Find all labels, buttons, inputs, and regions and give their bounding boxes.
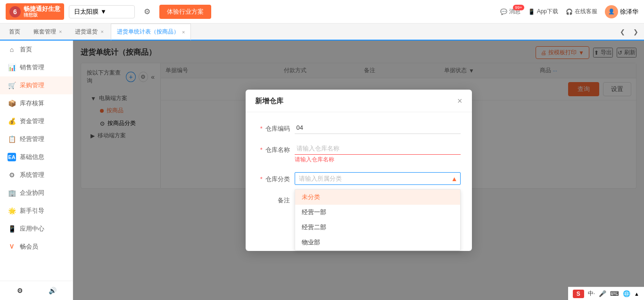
sidebar-item-operation[interactable]: 📋 经营管理 [0,130,73,148]
modal-title: 新增仓库 [255,97,283,106]
dropdown-item-ops2[interactable]: 经营二部 [295,220,460,235]
sidebar-item-purchase[interactable]: 🛒 采购管理 [0,76,73,94]
sidebar-item-system[interactable]: ⚙ 系统管理 [0,166,73,184]
tab-prev-button[interactable]: ❮ [617,26,628,37]
sidebar-volume-icon[interactable]: 🔊 [47,285,58,296]
home-icon: ⌂ [8,45,16,54]
dropdown-item-ops1[interactable]: 经营一部 [295,205,460,220]
guide-icon: 🌟 [8,207,16,215]
tab-next-button[interactable]: ❯ [630,26,641,37]
sidebar-basic-info-label: 基础信息 [20,153,44,161]
message-icon: 💬 [500,8,507,15]
tab-purchase-stat-label: 进货单统计表（按商品） [117,28,179,36]
message-badge: 99+ [513,5,524,10]
logo-sub: 猜想版 [24,12,60,18]
sidebar-item-guide[interactable]: 🌟 新手引导 [0,202,73,220]
sogou-icon[interactable]: S [573,290,584,298]
form-row-category: * 仓库分类 ▲ 未分类 经营一部 经营二部 物业部 [257,172,461,185]
tab-home-label: 首页 [9,28,20,36]
purchase-icon: 🛒 [8,81,16,90]
form-row-name: * 仓库名称 请输入仓库名称 [257,142,461,164]
sidebar-item-inventory[interactable]: 📦 库存核算 [0,94,73,112]
name-label: * 仓库名称 [257,143,295,154]
settings-tray-icon[interactable]: ▲ [634,291,639,297]
settings-button[interactable]: ⚙ [140,4,155,19]
code-label: * 仓库编码 [257,122,295,133]
tab-actions: ❮ ❯ [617,26,641,37]
sidebar-guide-label: 新手引导 [20,207,44,215]
sidebar-settings-icon[interactable]: ⚙ [15,285,26,296]
language-icon[interactable]: 🌐 [623,290,630,297]
app-download-button[interactable]: 📱 App下载 [528,8,558,16]
category-label: * 仓库分类 [257,172,295,183]
warehouse-code-input[interactable] [295,122,461,134]
sidebar-item-home[interactable]: ⌂ 首页 [0,41,73,58]
logo-icon: 6 [9,6,21,17]
sidebar-item-vip[interactable]: V 畅会员 [0,238,73,256]
sogou-logo: S [577,291,580,297]
sidebar-sales-label: 销售管理 [20,63,44,72]
sales-icon: 📊 [8,63,16,72]
sidebar-home-label: 首页 [20,45,32,54]
logo-main: 畅捷通好生意 [24,5,60,13]
header-right: 💬 消息 99+ 📱 App下载 🎧 在线客服 👤 徐泽华 [500,5,638,18]
tab-bar: 首页 账套管理 × 进货退货 × 进货单统计表（按商品） × ❮ ❯ [0,24,644,41]
tab-account[interactable]: 账套管理 × [27,23,68,40]
modal-new-warehouse: 新增仓库 × * 仓库编码 [246,90,472,251]
sidebar-enterprise-label: 企业协同 [20,189,44,197]
user-avatar-button[interactable]: 👤 徐泽华 [605,5,638,18]
inventory-icon: 📦 [8,99,16,108]
store-name: 日太阳膜 [74,8,99,16]
system-icon: ⚙ [8,171,16,179]
mic-icon[interactable]: 🎤 [599,290,606,297]
name-row-inner: * 仓库名称 [257,142,461,155]
store-dropdown-icon: ▼ [100,8,107,15]
sidebar-bottom: ⚙ 🔊 [0,281,73,300]
sidebar-app-center-label: 应用中心 [20,225,44,233]
tab-home[interactable]: 首页 [3,23,26,40]
sidebar-purchase-label: 采购管理 [20,81,44,90]
store-selector[interactable]: 日太阳膜 ▼ [69,5,135,18]
modal-close-button[interactable]: × [457,96,462,106]
sidebar-finance-label: 资金管理 [20,117,44,125]
operation-icon: 📋 [8,135,16,143]
enterprise-icon: 🏢 [8,189,16,197]
logo-area: 6 畅捷通好生意 猜想版 [6,3,64,20]
headset-icon: 🎧 [566,8,573,15]
category-arrow-icon[interactable]: ▲ [451,175,458,183]
remark-label: 备注 [257,193,295,205]
required-star-category: * [260,175,263,183]
sidebar: ⌂ 首页 📊 销售管理 🛒 采购管理 📦 库存核算 💰 资金管理 📋 经营管理 … [0,41,73,300]
trial-button[interactable]: 体验行业方案 [159,5,211,19]
message-button[interactable]: 💬 消息 99+ [500,8,520,16]
sidebar-item-finance[interactable]: 💰 资金管理 [0,112,73,130]
sidebar-item-basic-info[interactable]: EA 基础信息 [0,148,73,166]
sidebar-item-enterprise[interactable]: 🏢 企业协同 [0,184,73,202]
online-service-label: 在线客服 [575,8,597,16]
modal-body: * 仓库编码 * 仓库名称 [246,112,472,224]
tab-purchase-return[interactable]: 进货退货 × [69,23,109,40]
tab-account-label: 账套管理 [33,28,56,36]
tab-account-close-icon[interactable]: × [59,29,62,34]
warehouse-category-input[interactable] [295,172,461,185]
sidebar-item-app-center[interactable]: 📱 应用中心 [0,220,73,238]
sidebar-item-sales[interactable]: 📊 销售管理 [0,58,73,76]
tab-purchase-stat[interactable]: 进货单统计表（按商品） × [111,24,191,41]
sidebar-inventory-label: 库存核算 [20,99,44,108]
category-field: ▲ 未分类 经营一部 经营二部 物业部 [295,172,461,185]
dropdown-item-uncategorized[interactable]: 未分类 [295,190,460,205]
keyboard-icon[interactable]: ⌨ [610,290,619,297]
ime-cn-label[interactable]: 中· [588,290,595,298]
sidebar-system-label: 系统管理 [20,171,44,179]
name-error-message: 请输入仓库名称 [257,156,334,164]
dropdown-item-property[interactable]: 物业部 [295,235,460,250]
main-layout: ⌂ 首页 📊 销售管理 🛒 采购管理 📦 库存核算 💰 资金管理 📋 经营管理 … [0,41,644,300]
online-service-button[interactable]: 🎧 在线客服 [566,8,597,16]
taskbar: S 中· 🎤 ⌨ 🌐 ▲ [568,287,644,300]
tab-purchase-return-close-icon[interactable]: × [100,29,103,34]
avatar: 👤 [605,5,618,18]
vip-icon: V [8,242,16,251]
warehouse-name-input[interactable] [295,142,461,155]
tab-purchase-stat-close-icon[interactable]: × [182,29,185,35]
sidebar-operation-label: 经营管理 [20,135,44,143]
